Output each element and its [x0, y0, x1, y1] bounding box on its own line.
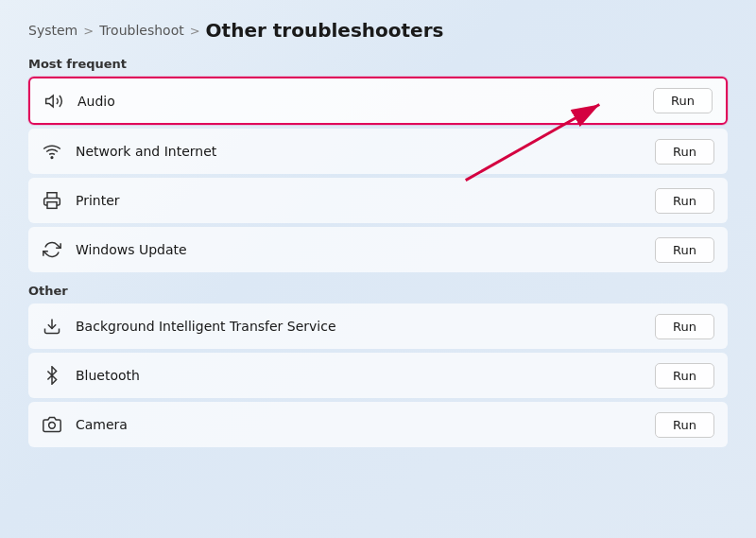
run-button-network[interactable]: Run	[655, 139, 714, 165]
troubleshooter-row-windows-update: Windows Update Run	[28, 227, 728, 272]
breadcrumb-system[interactable]: System	[28, 23, 77, 38]
camera-icon	[42, 414, 62, 435]
svg-rect-4	[47, 202, 57, 209]
troubleshooter-row-bluetooth: Bluetooth Run	[28, 353, 728, 398]
page-title: Other troubleshooters	[206, 19, 444, 42]
audio-icon	[43, 91, 64, 112]
section-label-most-frequent: Most frequent	[28, 57, 728, 71]
run-button-audio[interactable]: Run	[653, 88, 713, 113]
network-icon	[42, 141, 62, 162]
printer-icon	[42, 190, 62, 211]
printer-label: Printer	[76, 193, 642, 208]
network-label: Network and Internet	[76, 144, 642, 159]
breadcrumb-sep1: >	[83, 24, 94, 38]
breadcrumb-troubleshoot[interactable]: Troubleshoot	[99, 23, 184, 38]
troubleshooter-row-bits: Background Intelligent Transfer Service …	[28, 304, 728, 349]
run-button-bluetooth[interactable]: Run	[655, 363, 714, 389]
run-button-windows-update[interactable]: Run	[655, 237, 714, 263]
svg-point-6	[49, 423, 56, 429]
run-button-printer[interactable]: Run	[655, 188, 714, 214]
troubleshooter-row-audio: Audio Run	[28, 77, 728, 125]
bluetooth-label: Bluetooth	[76, 368, 642, 383]
section-label-other: Other	[28, 284, 728, 298]
run-button-camera[interactable]: Run	[655, 412, 714, 438]
windows-update-label: Windows Update	[76, 242, 642, 257]
bluetooth-icon	[42, 365, 62, 386]
troubleshooter-row-network: Network and Internet Run	[28, 129, 728, 174]
content-area: Most frequent Audio Run Network and Inte…	[28, 57, 728, 447]
download-icon	[42, 316, 62, 337]
troubleshooter-row-camera: Camera Run	[28, 402, 728, 447]
breadcrumb: System > Troubleshoot > Other troublesho…	[28, 19, 728, 42]
svg-marker-2	[46, 95, 54, 107]
audio-label: Audio	[77, 94, 640, 109]
bits-label: Background Intelligent Transfer Service	[76, 319, 642, 334]
troubleshooter-row-printer: Printer Run	[28, 178, 728, 223]
svg-point-3	[51, 157, 53, 159]
run-button-bits[interactable]: Run	[655, 314, 714, 339]
camera-label: Camera	[76, 417, 642, 432]
breadcrumb-sep2: >	[190, 24, 200, 38]
update-icon	[42, 239, 62, 260]
